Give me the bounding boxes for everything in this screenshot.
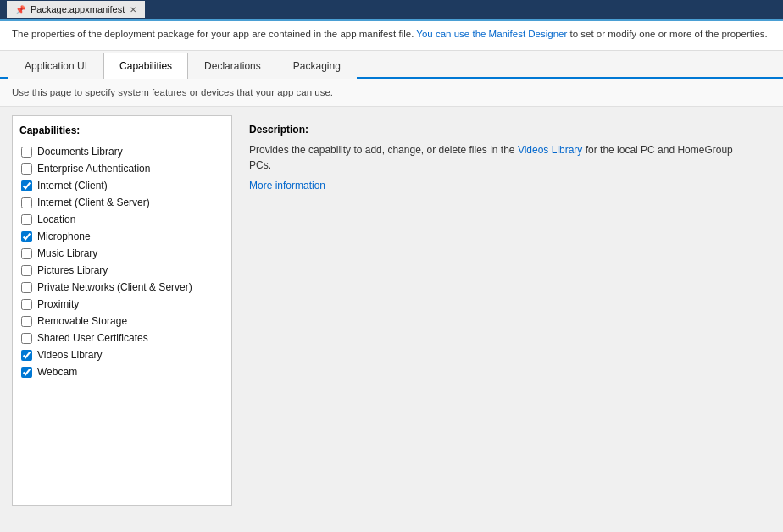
more-information-link[interactable]: More information: [249, 180, 325, 191]
capability-music-library[interactable]: Music Library: [19, 245, 225, 262]
main-content: Capabilities: Documents Library Enterpri…: [0, 107, 783, 514]
checkbox-webcam[interactable]: [21, 367, 32, 378]
checkbox-videos-library[interactable]: [21, 350, 32, 361]
checkbox-documents-library[interactable]: [21, 147, 32, 158]
checkbox-location[interactable]: [21, 214, 32, 225]
capability-webcam[interactable]: Webcam: [19, 363, 225, 380]
description-text: Provides the capability to add, change, …: [249, 142, 754, 173]
pin-icon: 📌: [15, 5, 25, 14]
capability-enterprise-authentication[interactable]: Enterprise Authentication: [19, 160, 225, 177]
description-panel: Description: Provides the capability to …: [232, 115, 771, 506]
capabilities-title: Capabilities:: [19, 125, 225, 136]
tab-declarations[interactable]: Declarations: [188, 53, 277, 79]
checkbox-internet-client[interactable]: [21, 180, 32, 191]
label-videos-library: Videos Library: [37, 349, 103, 361]
checkbox-microphone[interactable]: [21, 231, 32, 242]
label-webcam: Webcam: [37, 366, 77, 378]
capability-documents-library[interactable]: Documents Library: [19, 143, 225, 160]
label-location: Location: [37, 213, 75, 225]
checkbox-private-networks[interactable]: [21, 282, 32, 293]
capability-proximity[interactable]: Proximity: [19, 296, 225, 313]
tab-packaging[interactable]: Packaging: [277, 53, 357, 79]
label-microphone: Microphone: [37, 230, 91, 242]
page-description: Use this page to specify system features…: [0, 79, 783, 107]
capability-microphone[interactable]: Microphone: [19, 228, 225, 245]
label-shared-user-certificates: Shared User Certificates: [37, 332, 148, 344]
close-icon[interactable]: ✕: [130, 5, 136, 14]
file-tab[interactable]: 📌 Package.appxmanifest ✕: [7, 1, 145, 18]
checkbox-enterprise-authentication[interactable]: [21, 163, 32, 175]
checkbox-pictures-library[interactable]: [21, 265, 32, 276]
capability-private-networks[interactable]: Private Networks (Client & Server): [19, 279, 225, 296]
info-bar: The properties of the deployment package…: [0, 19, 783, 51]
info-text-1: The properties of the deployment package…: [12, 29, 414, 39]
info-text-2: to set or modify one or more of the prop…: [570, 29, 768, 39]
checkbox-internet-client-server[interactable]: [21, 197, 32, 208]
label-music-library: Music Library: [37, 247, 97, 259]
label-internet-client: Internet (Client): [37, 180, 108, 191]
tab-capabilities[interactable]: Capabilities: [103, 53, 188, 79]
tabs-bar: Application UI Capabilities Declarations…: [0, 51, 783, 79]
title-bar: 📌 Package.appxmanifest ✕: [0, 0, 783, 19]
capability-internet-client[interactable]: Internet (Client): [19, 177, 225, 194]
label-removable-storage: Removable Storage: [37, 315, 127, 327]
capability-removable-storage[interactable]: Removable Storage: [19, 313, 225, 330]
label-pictures-library: Pictures Library: [37, 264, 108, 276]
checkbox-music-library[interactable]: [21, 248, 32, 259]
capability-pictures-library[interactable]: Pictures Library: [19, 262, 225, 279]
tab-application-ui[interactable]: Application UI: [8, 53, 103, 79]
capability-internet-client-server[interactable]: Internet (Client & Server): [19, 194, 225, 211]
manifest-designer-link[interactable]: You can use the Manifest Designer: [416, 29, 567, 39]
tab-scrollbar: [0, 19, 783, 21]
capability-videos-library[interactable]: Videos Library: [19, 346, 225, 363]
label-documents-library: Documents Library: [37, 146, 123, 158]
capabilities-panel: Capabilities: Documents Library Enterpri…: [12, 115, 232, 506]
label-private-networks: Private Networks (Client & Server): [37, 281, 192, 293]
label-proximity: Proximity: [37, 298, 79, 310]
capability-location[interactable]: Location: [19, 211, 225, 228]
checkbox-shared-user-certificates[interactable]: [21, 333, 32, 344]
checkbox-proximity[interactable]: [21, 299, 32, 310]
capability-shared-user-certificates[interactable]: Shared User Certificates: [19, 330, 225, 346]
checkbox-removable-storage[interactable]: [21, 316, 32, 327]
label-enterprise-authentication: Enterprise Authentication: [37, 163, 150, 175]
label-internet-client-server: Internet (Client & Server): [37, 197, 150, 208]
description-title: Description:: [249, 124, 754, 136]
tab-filename: Package.appxmanifest: [31, 4, 125, 14]
